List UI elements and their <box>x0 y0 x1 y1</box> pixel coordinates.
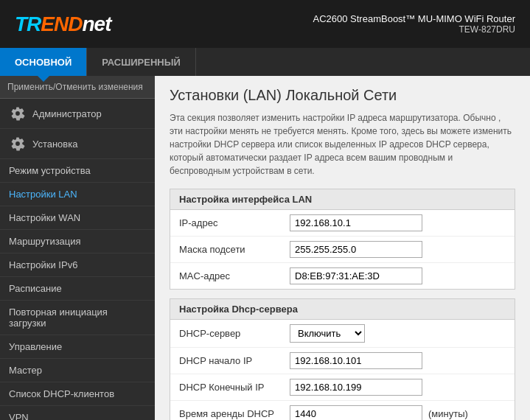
page-description: Эта секция позволяет изменить настройки … <box>170 111 515 178</box>
dhcp-lease-input[interactable] <box>290 405 422 420</box>
sidebar-item-ipv6[interactable]: Настройки IPv6 <box>0 253 155 277</box>
header: TRENDnet AC2600 StreamBoost™ MU-MIMO WiF… <box>0 0 530 48</box>
logo-end: END <box>41 13 82 35</box>
dhcp-section: Настройка Dhcp-сервера DHCP-сервер Включ… <box>170 298 515 420</box>
ip-address-field-wrapper <box>290 214 422 231</box>
dhcp-lease-row: Время аренды DHCP (минуты) <box>170 401 515 420</box>
sidebar-item-management[interactable]: Управление <box>0 335 155 359</box>
sidebar-admin-label: Администратор <box>32 108 102 119</box>
dhcp-lease-field-wrapper: (минуты) <box>290 405 468 420</box>
sidebar-item-setup[interactable]: Установка <box>0 129 155 159</box>
mac-address-label: MAC-адрес <box>179 270 290 281</box>
dhcp-end-field-wrapper <box>290 379 422 396</box>
ip-address-row: IP-адрес <box>170 210 515 237</box>
dhcp-start-ip-row: DHCP начало IP <box>170 348 515 374</box>
dhcp-server-row: DHCP-сервер Включить Выключить <box>170 320 515 348</box>
logo-tr: TR <box>15 13 41 35</box>
sidebar-item-routing[interactable]: Маршрутизация <box>0 230 155 253</box>
sidebar-item-admin[interactable]: Администратор <box>0 99 155 129</box>
dhcp-section-title: Настройка Dhcp-сервера <box>170 299 515 320</box>
dhcp-end-label: DHCP Конечный IP <box>179 382 290 393</box>
sidebar-item-wan-settings[interactable]: Настройки WAN <box>0 206 155 230</box>
ip-address-label: IP-адрес <box>179 217 290 228</box>
dhcp-start-label: DHCP начало IP <box>179 355 290 366</box>
sidebar-item-device-mode[interactable]: Режим устройства <box>0 159 155 183</box>
dhcp-lease-label: Время аренды DHCP <box>179 408 290 419</box>
header-info: AC2600 StreamBoost™ MU-MIMO WiFi Router … <box>313 13 515 35</box>
dhcp-start-field-wrapper <box>290 352 422 369</box>
dhcp-end-input[interactable] <box>290 379 422 396</box>
subnet-mask-input[interactable] <box>290 241 422 258</box>
dhcp-server-label: DHCP-сервер <box>179 328 290 339</box>
mac-address-row: MAC-адрес <box>170 263 515 289</box>
sidebar-item-lan-settings[interactable]: Настройки LAN <box>0 183 155 206</box>
product-line: AC2600 StreamBoost™ MU-MIMO WiFi Router <box>313 13 515 24</box>
main-layout: Применить/Отменить изменения Администрат… <box>0 76 530 420</box>
lan-interface-section: Настройка интерфейса LAN IP-адрес Маска … <box>170 189 515 290</box>
gear-icon <box>9 105 27 122</box>
sidebar-item-schedule[interactable]: Расписание <box>0 277 155 301</box>
sidebar-setup-label: Установка <box>32 139 77 150</box>
sidebar-apply-section: Применить/Отменить изменения <box>0 76 155 99</box>
mac-address-field-wrapper <box>290 267 422 284</box>
setup-gear-icon <box>9 135 27 153</box>
subnet-mask-row: Маска подсети <box>170 237 515 263</box>
dhcp-start-input[interactable] <box>290 352 422 369</box>
subnet-mask-field-wrapper <box>290 241 422 258</box>
dhcp-server-select[interactable]: Включить Выключить <box>290 324 365 343</box>
tab-advanced[interactable]: РАСШИРЕННЫЙ <box>87 48 196 76</box>
content-area: Установки (LAN) Локальной Сети Эта секци… <box>155 76 530 420</box>
sidebar-item-dhcp-clients[interactable]: Список DHCP-клиентов <box>0 382 155 406</box>
model-number: TEW-827DRU <box>313 24 515 35</box>
dhcp-end-ip-row: DHCP Конечный IP <box>170 374 515 401</box>
ip-address-input[interactable] <box>290 214 422 231</box>
page-title: Установки (LAN) Локальной Сети <box>170 87 515 104</box>
mac-address-input[interactable] <box>290 267 422 284</box>
subnet-mask-label: Маска подсети <box>179 244 290 255</box>
logo: TRENDnet <box>15 13 111 36</box>
logo-net: net <box>82 13 111 35</box>
dhcp-server-field-wrapper: Включить Выключить <box>290 324 365 343</box>
sidebar: Применить/Отменить изменения Администрат… <box>0 76 155 420</box>
sidebar-item-vpn[interactable]: VPN <box>0 406 155 420</box>
nav-tabs: ОСНОВНОЙ РАСШИРЕННЫЙ <box>0 48 530 76</box>
sidebar-item-reboot[interactable]: Повторная инициация загрузки <box>0 301 155 335</box>
tab-basic[interactable]: ОСНОВНОЙ <box>0 48 87 76</box>
sidebar-item-wizard[interactable]: Мастер <box>0 359 155 382</box>
lan-section-title: Настройка интерфейса LAN <box>170 189 515 210</box>
dhcp-lease-suffix: (минуты) <box>428 408 468 419</box>
